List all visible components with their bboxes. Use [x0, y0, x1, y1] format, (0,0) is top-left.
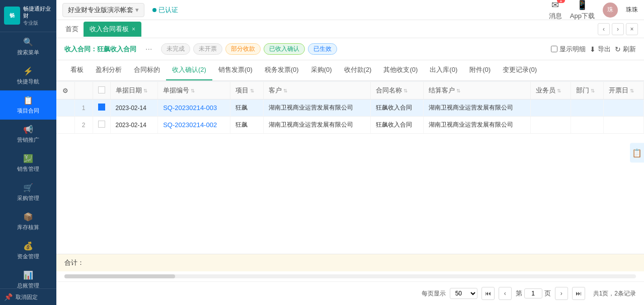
- status-tag-2[interactable]: 部分收款: [225, 43, 261, 55]
- settings-col-header[interactable]: ⚙: [56, 82, 74, 99]
- status-tag-1[interactable]: 未开票: [193, 43, 222, 55]
- tab-11[interactable]: 变更记录(0): [497, 60, 543, 80]
- nav-close-button[interactable]: ×: [626, 23, 638, 35]
- sidebar-icon-7: 💰: [23, 241, 33, 251]
- salesperson-col-header[interactable]: 业务员⇅: [530, 82, 571, 99]
- sidebar-item-2[interactable]: 📋项目合同: [0, 90, 56, 120]
- show-detail-input[interactable]: [551, 46, 557, 52]
- tab-5[interactable]: 税务发票(0): [259, 60, 305, 80]
- checkbox-col-header[interactable]: [93, 82, 110, 99]
- row-1-check[interactable]: [98, 121, 105, 128]
- status-tag-0[interactable]: 未完成: [161, 43, 190, 55]
- sidebar-item-5[interactable]: 🛒采购管理: [0, 178, 56, 207]
- order-no-sort-icon: ⇅: [191, 88, 195, 93]
- tab-6[interactable]: 采购(0): [305, 60, 338, 80]
- row-0-settings[interactable]: [56, 99, 74, 117]
- tab-9[interactable]: 出入库(0): [424, 60, 463, 80]
- nav-prev-button[interactable]: ‹: [598, 23, 610, 35]
- row-0-order-link[interactable]: SQ-20230214-003: [163, 104, 217, 112]
- certified-badge: 已认证: [152, 6, 178, 15]
- tab-4[interactable]: 销售发票(0): [212, 60, 259, 80]
- company-selector[interactable]: 好业财专业版演示帐套 ▾: [62, 3, 144, 17]
- sidebar-item-3[interactable]: 📢营销推广: [0, 120, 56, 149]
- next-page-button[interactable]: ›: [555, 287, 568, 300]
- table-area[interactable]: ⚙ 单据日期⇅ 单据编号⇅ 项目⇅ 客户⇅ 合同名称⇅ 结算客户⇅ 业务员⇅ 部…: [56, 82, 644, 254]
- row-0-customer: 湖南卫视商业运营发展有限公司: [263, 99, 370, 117]
- page-title-prefix: 收入合同：: [64, 45, 97, 53]
- billing-cust-col-label: 结算客户: [429, 86, 455, 95]
- date-col-header[interactable]: 单据日期⇅: [110, 82, 158, 99]
- sidebar-icon-0: 🔍: [23, 37, 33, 47]
- more-button[interactable]: ···: [145, 45, 152, 54]
- sidebar-item-1[interactable]: ⚡快捷导航: [0, 61, 56, 90]
- scroll-hint[interactable]: [56, 271, 644, 281]
- sidebar-label-6: 库存核算: [17, 224, 39, 231]
- app-download-button[interactable]: 📱 App下载: [570, 0, 595, 21]
- table-row[interactable]: 1 2023-02-14 SQ-20230214-003 狂飙 湖南卫视商业运营…: [56, 99, 644, 117]
- prev-page-button[interactable]: ‹: [499, 287, 512, 300]
- data-table: ⚙ 单据日期⇅ 单据编号⇅ 项目⇅ 客户⇅ 合同名称⇅ 结算客户⇅ 业务员⇅ 部…: [56, 82, 644, 134]
- customer-col-header[interactable]: 客户⇅: [263, 82, 370, 99]
- status-tag-3[interactable]: 已收入确认: [264, 43, 305, 55]
- sidebar-label-1: 快捷导航: [17, 78, 39, 85]
- sidebar-bottom[interactable]: 📌 取消固定: [0, 288, 56, 305]
- order-no-col-header[interactable]: 单据编号⇅: [158, 82, 230, 99]
- refresh-button[interactable]: ↻ 刷新: [615, 45, 636, 54]
- tab-1[interactable]: 盈利分析: [90, 60, 128, 80]
- sidebar-item-8[interactable]: 📊总账管理: [0, 265, 56, 288]
- invoice-date-col-header[interactable]: 开票日⇅: [603, 82, 643, 99]
- table-row[interactable]: 2 2023-02-14 SQ-20230214-002 狂飙 湖南卫视商业运营…: [56, 117, 644, 134]
- last-page-button[interactable]: ⏭: [572, 287, 585, 300]
- sidebar-icon-6: 📦: [23, 212, 33, 222]
- tab-10[interactable]: 附件(0): [463, 60, 497, 80]
- export-button[interactable]: ⬇ 导出: [590, 45, 611, 54]
- sidebar-icon-8: 📊: [23, 270, 33, 280]
- nav-home[interactable]: 首页: [62, 21, 82, 38]
- billing-cust-col-header[interactable]: 结算客户⇅: [423, 82, 530, 99]
- tab-0[interactable]: 看板: [64, 60, 90, 80]
- user-name[interactable]: 珠珠: [626, 6, 638, 14]
- billing-cust-sort-icon: ⇅: [456, 88, 460, 93]
- sidebar-label-7: 资金管理: [17, 253, 39, 260]
- page-size-select[interactable]: 50 100 200: [450, 288, 477, 299]
- row-0-check[interactable]: [98, 104, 105, 111]
- select-all-checkbox[interactable]: [98, 86, 105, 93]
- page-input[interactable]: [524, 288, 542, 298]
- sidebar-label-3: 营销推广: [17, 136, 39, 144]
- nav-tab-close[interactable]: ×: [132, 26, 135, 33]
- user-avatar[interactable]: 珠: [603, 3, 618, 18]
- project-col-label: 项目: [235, 86, 249, 95]
- settings-icon[interactable]: ⚙: [62, 87, 68, 94]
- message-button[interactable]: ✉ 1 消息: [549, 0, 562, 21]
- dept-col-header[interactable]: 部门⇅: [571, 82, 603, 99]
- nav-controls: ‹ › ×: [598, 23, 638, 35]
- row-1-settings[interactable]: [56, 117, 74, 134]
- date-col-label: 单据日期: [116, 86, 142, 95]
- tab-7[interactable]: 收付款(2): [338, 60, 378, 80]
- tab-2[interactable]: 合同标的: [128, 60, 166, 80]
- topbar: 好业财专业版演示帐套 ▾ 已认证 ✉ 1 消息 📱 App下载 珠 珠珠: [56, 0, 644, 20]
- order-no-col-label: 单据编号: [163, 86, 189, 95]
- row-0-checkbox[interactable]: [93, 99, 110, 117]
- export-label: 导出: [598, 45, 611, 54]
- scroll-thumb[interactable]: [64, 274, 175, 278]
- row-1-order-link[interactable]: SQ-20230214-002: [163, 121, 217, 129]
- project-col-header[interactable]: 项目⇅: [230, 82, 263, 99]
- status-tag-4[interactable]: 已生效: [308, 43, 337, 55]
- sidebar-item-0[interactable]: 🔍搜索菜单: [0, 32, 56, 61]
- show-detail-checkbox[interactable]: 显示明细: [551, 45, 586, 54]
- row-1-num: 2: [74, 117, 93, 134]
- right-panel-toggle[interactable]: 📋: [630, 143, 644, 162]
- nav-next-button[interactable]: ›: [612, 23, 624, 35]
- tab-3[interactable]: 收入确认(2): [166, 60, 212, 80]
- sidebar-item-6[interactable]: 📦库存核算: [0, 207, 56, 236]
- first-page-button[interactable]: ⏮: [481, 287, 495, 300]
- page-info: 第 页: [516, 288, 551, 298]
- row-1-checkbox[interactable]: [93, 117, 110, 134]
- tab-8[interactable]: 其他收支(0): [377, 60, 424, 80]
- sidebar-item-7[interactable]: 💰资金管理: [0, 236, 56, 265]
- page-size-label: 每页显示: [422, 289, 446, 298]
- nav-active-tab[interactable]: 收入合同看板 ×: [84, 22, 141, 37]
- contract-col-header[interactable]: 合同名称⇅: [370, 82, 423, 99]
- sidebar-item-4[interactable]: 💹销售管理: [0, 149, 56, 178]
